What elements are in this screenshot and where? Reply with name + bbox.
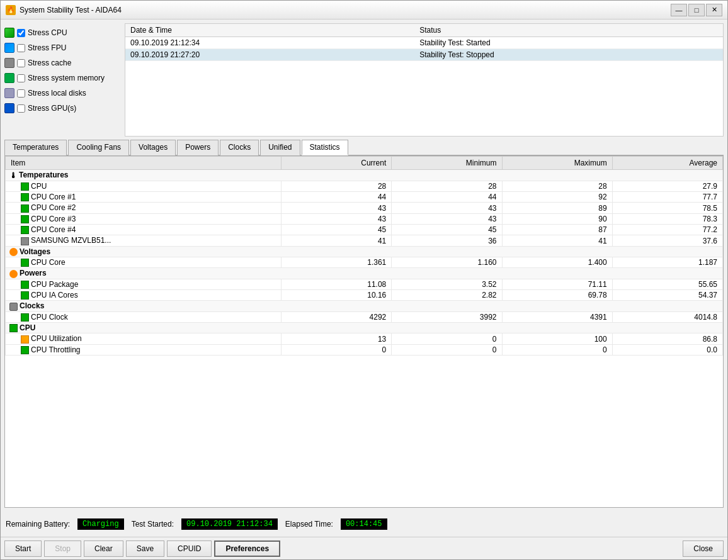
stress-memory-checkbox[interactable] [17, 74, 25, 82]
title-bar: 🔥 System Stability Test - AIDA64 — □ ✕ [1, 1, 727, 20]
start-button[interactable]: Start [4, 540, 42, 557]
tab-temperatures[interactable]: Temperatures [4, 140, 67, 155]
stats-section-header: Voltages [6, 246, 723, 257]
cache-stress-icon [4, 58, 14, 68]
stats-maximum: 69.78 [502, 290, 612, 301]
tab-cooling-fans[interactable]: Cooling Fans [68, 140, 129, 155]
stats-item-name: CPU Core #1 [6, 192, 282, 203]
stats-minimum: 3992 [392, 311, 502, 322]
stress-cache-checkbox[interactable] [17, 59, 25, 67]
stats-maximum: 1.400 [502, 257, 612, 268]
stress-cpu-label: Stress CPU [28, 28, 67, 37]
save-button[interactable]: Save [126, 540, 164, 557]
stats-average: 54.37 [612, 290, 722, 301]
stats-minimum: 2.82 [392, 290, 502, 301]
clear-button[interactable]: Clear [84, 540, 123, 557]
stats-current: 11.08 [282, 279, 392, 289]
stats-data-row: CPU IA Cores10.162.8269.7854.37 [6, 290, 723, 301]
stats-minimum: 43 [392, 213, 502, 224]
cpu-stress-icon [4, 28, 14, 38]
stats-data-row: CPU Core1.3611.1601.4001.187 [6, 257, 723, 268]
stats-data-row: CPU Core #243438978.5 [6, 203, 723, 213]
stress-cache-label: Stress cache [28, 59, 71, 67]
col-current: Current [282, 157, 392, 170]
log-datetime-header: Date & Time [125, 24, 414, 37]
status-bar: Remaining Battery: Charging Test Started… [1, 512, 727, 537]
log-datetime-1: 09.10.2019 21:12:34 [125, 37, 414, 49]
stop-button[interactable]: Stop [44, 540, 81, 557]
tabs-bar: Temperatures Cooling Fans Voltages Power… [4, 139, 724, 156]
stats-maximum: 89 [502, 203, 612, 213]
stats-data-row: CPU Clock4292399243914014.8 [6, 311, 723, 322]
col-maximum: Maximum [502, 157, 612, 170]
close-window-button[interactable]: ✕ [706, 4, 722, 16]
stress-gpu-checkbox[interactable] [17, 104, 25, 113]
stats-average: 0.0 [612, 344, 722, 355]
stress-disk-checkbox[interactable] [17, 89, 25, 98]
stats-data-row: CPU28282827.9 [6, 181, 723, 191]
test-started-label: Test Started: [132, 520, 174, 529]
tab-clocks[interactable]: Clocks [220, 140, 259, 155]
content-area: Stress CPU Stress FPU Stress cache Stres… [1, 20, 727, 512]
app-icon: 🔥 [6, 5, 16, 15]
stats-maximum: 92 [502, 192, 612, 203]
stats-item-name: CPU Package [6, 279, 282, 289]
stats-minimum: 43 [392, 203, 502, 213]
stats-current: 44 [282, 192, 392, 203]
log-table: Date & Time Status 09.10.2019 21:12:34 S… [125, 24, 723, 61]
stats-current: 28 [282, 181, 392, 191]
stats-item-name: CPU IA Cores [6, 290, 282, 301]
stress-panel: Stress CPU Stress FPU Stress cache Stres… [4, 23, 121, 137]
stats-data-row: CPU Utilization13010086.8 [6, 333, 723, 344]
tab-statistics[interactable]: Statistics [302, 140, 348, 155]
col-minimum: Minimum [392, 157, 502, 170]
stats-section-header: 🌡Temperatures [6, 170, 723, 181]
stats-current: 10.16 [282, 290, 392, 301]
tab-powers[interactable]: Powers [177, 140, 219, 155]
stats-current: 43 [282, 203, 392, 213]
disk-stress-icon [4, 88, 14, 98]
stats-minimum: 36 [392, 235, 502, 246]
gpu-stress-icon [4, 103, 14, 113]
maximize-button[interactable]: □ [688, 4, 705, 16]
stats-average: 78.5 [612, 203, 722, 213]
tab-voltages[interactable]: Voltages [130, 140, 176, 155]
tab-unified[interactable]: Unified [260, 140, 300, 155]
stats-average: 77.7 [612, 192, 722, 203]
stats-maximum: 41 [502, 235, 612, 246]
elapsed-value: 00:14:45 [341, 518, 387, 530]
stats-current: 41 [282, 235, 392, 246]
log-datetime-2: 09.10.2019 21:27:20 [125, 49, 414, 61]
stress-fpu-checkbox[interactable] [17, 44, 25, 52]
log-status-2: Stability Test: Stopped [414, 49, 723, 61]
stats-average: 37.6 [612, 235, 722, 246]
minimize-button[interactable]: — [671, 4, 687, 16]
stress-disk-label: Stress local disks [28, 89, 86, 98]
stats-data-row: SAMSUNG MZVLB51...41364137.6 [6, 235, 723, 246]
stats-average: 1.187 [612, 257, 722, 268]
stats-data-row: CPU Core #144449277.7 [6, 192, 723, 203]
stats-data-row: CPU Core #445458777.2 [6, 225, 723, 235]
stats-item-name: CPU [6, 181, 282, 191]
stats-minimum: 3.52 [392, 279, 502, 289]
stress-cache-item: Stress cache [4, 56, 121, 70]
stats-maximum: 100 [502, 333, 612, 344]
col-average: Average [612, 157, 722, 170]
stats-minimum: 0 [392, 333, 502, 344]
stats-average: 78.3 [612, 213, 722, 224]
stress-memory-label: Stress system memory [28, 74, 105, 82]
stats-maximum: 90 [502, 213, 612, 224]
stats-minimum: 44 [392, 192, 502, 203]
title-bar-buttons: — □ ✕ [671, 4, 722, 16]
stats-average: 55.65 [612, 279, 722, 289]
stress-cpu-checkbox[interactable] [17, 29, 25, 37]
stats-item-name: CPU Throttling [6, 344, 282, 355]
preferences-button[interactable]: Preferences [214, 540, 280, 557]
stats-average: 27.9 [612, 181, 722, 191]
stress-fpu-item: Stress FPU [4, 41, 121, 55]
close-button[interactable]: Close [683, 540, 724, 557]
stress-memory-item: Stress system memory [4, 71, 121, 85]
cpuid-button[interactable]: CPUID [167, 540, 212, 557]
fpu-stress-icon [4, 43, 14, 53]
stats-maximum: 87 [502, 225, 612, 235]
